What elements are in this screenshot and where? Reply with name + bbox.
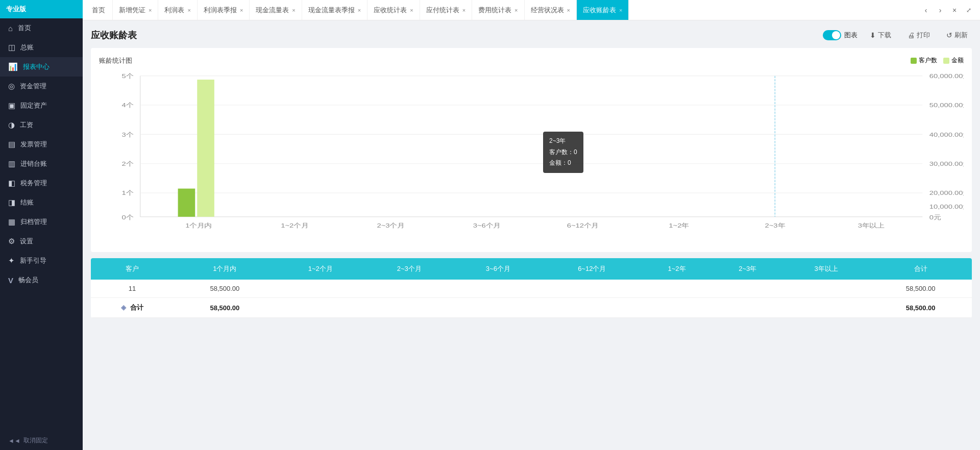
sidebar: 专业版 ⌂ 首页 ◫ 总账 📊 报表中心 ◎ 资金管理 ▣ 固定资产 ◑ 工资 … <box>0 0 83 450</box>
tab-home[interactable]: 首页 <box>85 0 113 20</box>
chart-toggle-label: 图表 <box>844 31 857 40</box>
tab-ar-stat[interactable]: 应收统计表 × <box>368 0 420 20</box>
refresh-button[interactable]: ↺ 刷新 <box>942 29 972 42</box>
reports-icon: 📊 <box>8 62 18 71</box>
tab-prev-button[interactable]: ‹ <box>920 4 932 16</box>
col-month1: 1个月内 <box>174 258 276 280</box>
tab-ap-stat[interactable]: 应付统计表 × <box>420 0 472 20</box>
cell-total-month612 <box>543 298 642 318</box>
tab-voucher[interactable]: 新增凭证 × <box>113 0 158 20</box>
tab-cashflow[interactable]: 现金流量表 × <box>250 0 302 20</box>
gear-icon: ⚙ <box>8 237 15 246</box>
page-header: 应收账龄表 图表 ⬇ 下载 🖨 打印 ↺ 刷新 <box>91 29 972 42</box>
cell-month36 <box>454 280 543 298</box>
funds-icon: ◎ <box>8 82 15 91</box>
legend-amount-label: 金额 <box>951 56 964 65</box>
legend-customers-dot <box>911 58 917 64</box>
tab-operation-close[interactable]: × <box>567 7 570 13</box>
sidebar-item-sales[interactable]: ▥ 进销台账 <box>0 154 83 173</box>
chart-toggle[interactable] <box>823 30 841 40</box>
chart-title: 账龄统计图 <box>99 56 964 65</box>
svg-text:3个: 3个 <box>122 131 134 138</box>
svg-text:5个: 5个 <box>122 72 134 79</box>
tab-expense[interactable]: 费用统计表 × <box>472 0 524 20</box>
sidebar-item-archive[interactable]: ▦ 归档管理 <box>0 212 83 232</box>
cell-customer: 11 <box>91 280 174 298</box>
sidebar-item-assets[interactable]: ▣ 固定资产 <box>0 96 83 115</box>
tab-profit-close[interactable]: × <box>187 7 190 13</box>
cell-total-label: ◈ 合计 <box>91 298 174 318</box>
col-month23: 2~3个月 <box>365 258 454 280</box>
total-label: 合计 <box>130 304 143 311</box>
sidebar-item-label: 归档管理 <box>20 217 47 227</box>
sidebar-pin-toggle[interactable]: ◄◄ 取消固定 <box>0 431 83 450</box>
tab-close-all-button[interactable]: × <box>948 4 961 16</box>
legend-amount: 金额 <box>943 56 964 65</box>
cell-total-year12 <box>642 298 713 318</box>
sidebar-item-reports[interactable]: 📊 报表中心 <box>0 57 83 77</box>
svg-text:1~2个月: 1~2个月 <box>281 222 308 229</box>
tax-icon: ◧ <box>8 179 15 188</box>
cell-total-total: 58,500.00 <box>869 298 972 318</box>
archive-icon: ▦ <box>8 217 15 227</box>
sidebar-item-vip[interactable]: V 畅会员 <box>0 270 83 290</box>
tab-home-label: 首页 <box>92 6 105 15</box>
print-icon: 🖨 <box>908 31 915 39</box>
sidebar-item-invoice[interactable]: ▤ 发票管理 <box>0 135 83 154</box>
tab-expense-label: 费用统计表 <box>478 6 511 15</box>
svg-text:2~3个月: 2~3个月 <box>377 222 404 229</box>
sidebar-item-label: 发票管理 <box>20 140 47 149</box>
sidebar-item-settings[interactable]: ⚙ 设置 <box>0 232 83 251</box>
print-button[interactable]: 🖨 打印 <box>903 29 934 42</box>
svg-text:10,000.00元: 10,000.00元 <box>929 203 964 210</box>
tab-ar-aging[interactable]: 应收账龄表 × <box>577 0 629 20</box>
sidebar-item-label: 畅会员 <box>18 276 38 285</box>
svg-text:2个: 2个 <box>122 160 134 167</box>
tab-ar-aging-close[interactable]: × <box>619 7 622 13</box>
refresh-label: 刷新 <box>954 31 968 40</box>
tab-cashflow-close[interactable]: × <box>292 7 295 13</box>
sidebar-item-settle[interactable]: ◨ 结账 <box>0 193 83 212</box>
cell-month12 <box>276 280 365 298</box>
tab-maximize-button[interactable]: ⤢ <box>963 4 975 16</box>
sidebar-item-salary[interactable]: ◑ 工资 <box>0 115 83 135</box>
tab-expense-close[interactable]: × <box>514 7 518 13</box>
download-button[interactable]: ⬇ 下载 <box>866 29 895 42</box>
sidebar-item-label: 工资 <box>20 120 33 130</box>
download-icon: ⬇ <box>870 31 876 39</box>
svg-text:6~12个月: 6~12个月 <box>567 222 599 229</box>
tab-cashflow-quarter[interactable]: 现金流量表季报 × <box>302 0 368 20</box>
tab-voucher-close[interactable]: × <box>149 7 152 13</box>
assets-icon: ▣ <box>8 101 15 110</box>
main-content: 首页 新增凭证 × 利润表 × 利润表季报 × 现金流量表 × 现金流量表季报 … <box>83 0 980 450</box>
salary-icon: ◑ <box>8 120 15 130</box>
sidebar-item-funds[interactable]: ◎ 资金管理 <box>0 77 83 96</box>
legend-customers: 客户数 <box>911 56 937 65</box>
table-header-row: 客户 1个月内 1~2个月 2~3个月 3~6个月 6~12个月 1~2年 2~… <box>91 258 972 280</box>
sidebar-item-tax[interactable]: ◧ 税务管理 <box>0 173 83 193</box>
tab-next-button[interactable]: › <box>934 4 946 16</box>
svg-text:1个: 1个 <box>122 190 134 196</box>
tab-ar-aging-label: 应收账龄表 <box>583 6 616 15</box>
tab-voucher-label: 新增凭证 <box>119 6 145 15</box>
tab-profit-quarter-close[interactable]: × <box>240 7 243 13</box>
cell-year3plus <box>783 280 869 298</box>
tab-operation[interactable]: 经营状况表 × <box>525 0 577 20</box>
svg-text:50,000.00元: 50,000.00元 <box>929 102 964 109</box>
table-total-row: ◈ 合计 58,500.00 58,500.00 <box>91 298 972 318</box>
tab-profit[interactable]: 利润表 × <box>158 0 197 20</box>
svg-text:1~2年: 1~2年 <box>669 222 689 229</box>
tab-ar-stat-close[interactable]: × <box>410 7 413 13</box>
tab-ap-stat-close[interactable]: × <box>462 7 465 13</box>
sidebar-item-label: 税务管理 <box>20 179 47 188</box>
cell-year12 <box>642 280 713 298</box>
tab-profit-quarter[interactable]: 利润表季报 × <box>198 0 250 20</box>
sidebar-item-guide[interactable]: ✦ 新手引导 <box>0 251 83 270</box>
page-title: 应收账龄表 <box>91 29 137 41</box>
sidebar-item-ledger[interactable]: ◫ 总账 <box>0 38 83 57</box>
tab-cashflow-quarter-close[interactable]: × <box>358 7 361 13</box>
sidebar-item-label: 新手引导 <box>20 256 46 265</box>
cell-total-month12 <box>276 298 365 318</box>
col-total: 合计 <box>869 258 972 280</box>
sidebar-item-home[interactable]: ⌂ 首页 <box>0 18 83 38</box>
